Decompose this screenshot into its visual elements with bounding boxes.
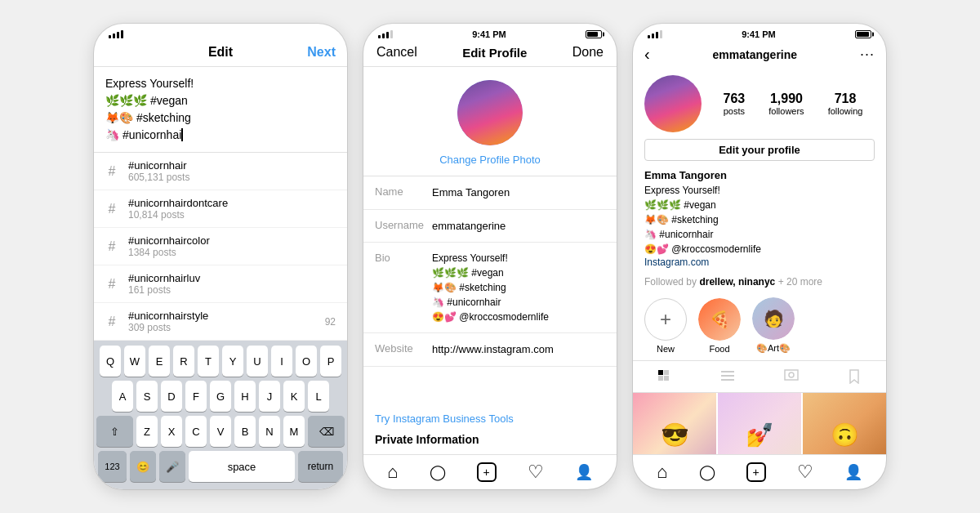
- grid-photo-1[interactable]: 😎: [633, 393, 716, 454]
- status-bar-3: 9:41 PM: [633, 24, 886, 42]
- key-w[interactable]: W: [124, 346, 145, 377]
- key-123[interactable]: 123: [98, 451, 127, 482]
- key-mic[interactable]: 🎤: [159, 451, 185, 482]
- back-button[interactable]: ‹: [644, 45, 650, 64]
- username-value[interactable]: emmatangerine: [432, 218, 605, 234]
- key-shift[interactable]: ⇧: [96, 416, 133, 447]
- hashtag-info: #unicornhairluv 161 posts: [128, 272, 336, 296]
- edit-profile-button[interactable]: Edit your profile: [644, 139, 875, 161]
- website-field[interactable]: Website http://www.instagram.com: [363, 333, 617, 367]
- nav-profile-icon-3[interactable]: 👤: [844, 463, 862, 481]
- key-f[interactable]: F: [185, 381, 207, 412]
- key-backspace[interactable]: ⌫: [308, 416, 345, 447]
- key-d[interactable]: D: [161, 381, 182, 412]
- saved-view-button[interactable]: [823, 366, 887, 387]
- status-icons-3: [855, 30, 871, 38]
- signal-icon: [378, 30, 393, 38]
- next-button[interactable]: Next: [307, 45, 336, 60]
- bio-field[interactable]: Bio Express Yourself! 🌿🌿🌿 #vegan 🦊🎨 #ske…: [363, 243, 617, 333]
- keyboard[interactable]: Q W E R T Y U I O P A S D F G H J K L: [94, 341, 347, 489]
- caption-line-3: 🦊🎨 #sketching: [105, 109, 336, 127]
- grid-photo-3[interactable]: 🙃: [803, 393, 886, 454]
- key-b[interactable]: B: [234, 416, 256, 447]
- hashtag-posts: 10,814 posts: [128, 209, 336, 221]
- cancel-button[interactable]: Cancel: [376, 45, 417, 60]
- key-h[interactable]: H: [234, 381, 256, 412]
- key-a[interactable]: A: [112, 381, 133, 412]
- highlight-food-label: Food: [709, 344, 729, 354]
- list-item[interactable]: # #unicornhairluv 161 posts: [94, 265, 347, 303]
- website-value[interactable]: http://www.instagram.com: [432, 341, 605, 358]
- key-space[interactable]: space: [189, 451, 295, 482]
- caption-text-area[interactable]: Express Yourself! 🌿🌿🌿 #vegan 🦊🎨 #sketchi…: [94, 67, 347, 153]
- try-business-tools-link[interactable]: Try Instagram Business Tools: [375, 413, 605, 425]
- key-g[interactable]: G: [210, 381, 231, 412]
- highlight-food-circle[interactable]: 🍕: [698, 298, 741, 341]
- list-item[interactable]: # #unicornhaircolor 1384 posts: [94, 228, 347, 265]
- username-label: Username: [375, 218, 432, 231]
- key-t[interactable]: T: [198, 346, 219, 377]
- more-options-button[interactable]: ···: [860, 46, 875, 63]
- key-emoji[interactable]: 😊: [130, 451, 156, 482]
- hashtag-count: 92: [325, 316, 336, 328]
- list-item[interactable]: # #unicornhairstyle 309 posts 92: [94, 303, 347, 341]
- highlight-food[interactable]: 🍕 Food: [698, 298, 741, 354]
- key-j[interactable]: J: [259, 381, 280, 412]
- posts-count: 763: [724, 91, 746, 106]
- key-e[interactable]: E: [149, 346, 170, 377]
- highlight-new-circle[interactable]: +: [644, 298, 687, 341]
- signal-icon: [648, 30, 662, 38]
- key-m[interactable]: M: [283, 416, 305, 447]
- key-u[interactable]: U: [247, 346, 268, 377]
- key-p[interactable]: P: [320, 346, 341, 377]
- key-z[interactable]: Z: [136, 416, 158, 447]
- person-tag-icon: [784, 369, 799, 384]
- highlight-art[interactable]: 🧑 🎨Art🎨: [752, 297, 795, 354]
- key-return[interactable]: return: [298, 451, 343, 482]
- hashtag-posts: 1384 posts: [128, 247, 336, 258]
- bio-value[interactable]: Express Yourself! 🌿🌿🌿 #vegan 🦊🎨 #sketchi…: [432, 251, 605, 324]
- nav-add-icon-3[interactable]: +: [746, 462, 766, 482]
- list-item[interactable]: # #unicornhairdontcare 10,814 posts: [94, 190, 347, 228]
- nav-search-icon[interactable]: ◯: [430, 463, 446, 481]
- key-n[interactable]: N: [259, 416, 280, 447]
- nav-profile-icon[interactable]: 👤: [575, 463, 593, 481]
- nav-heart-icon-3[interactable]: ♡: [797, 462, 813, 483]
- profile-avatar[interactable]: [644, 75, 702, 132]
- change-photo-button[interactable]: Change Profile Photo: [439, 154, 541, 166]
- key-c[interactable]: C: [185, 416, 207, 447]
- key-o[interactable]: O: [296, 346, 317, 377]
- key-k[interactable]: K: [283, 381, 305, 412]
- name-value[interactable]: Emma Tangoren: [432, 185, 605, 201]
- key-q[interactable]: Q: [100, 346, 121, 377]
- highlight-new[interactable]: + New: [644, 298, 687, 354]
- nav-home-icon[interactable]: ⌂: [387, 462, 398, 483]
- nav-search-icon-3[interactable]: ◯: [699, 463, 715, 481]
- hashtag-info: #unicornhaircolor 1384 posts: [128, 234, 336, 258]
- edit-title: Edit: [107, 45, 334, 60]
- nav-heart-icon[interactable]: ♡: [528, 462, 544, 483]
- list-view-button[interactable]: [697, 366, 760, 387]
- battery-icon: [586, 30, 602, 38]
- highlight-art-circle[interactable]: 🧑: [752, 297, 795, 340]
- key-y[interactable]: Y: [222, 346, 243, 377]
- key-v[interactable]: V: [210, 416, 231, 447]
- nav-add-icon[interactable]: +: [477, 462, 497, 482]
- username-field[interactable]: Username emmatangerine: [363, 210, 617, 243]
- grid-view-button[interactable]: [633, 366, 697, 387]
- time-display-3: 9:41 PM: [742, 29, 776, 39]
- key-x[interactable]: X: [161, 416, 182, 447]
- grid-photo-2[interactable]: 💅: [718, 393, 801, 454]
- key-s[interactable]: S: [136, 381, 158, 412]
- nav-home-icon-3[interactable]: ⌂: [657, 462, 667, 483]
- name-field[interactable]: Name Emma Tangoren: [363, 176, 617, 210]
- key-r[interactable]: R: [173, 346, 194, 377]
- profile-website[interactable]: Instagram.com: [644, 256, 875, 268]
- hashtag-info: #unicornhairstyle 309 posts: [128, 310, 315, 333]
- key-l[interactable]: L: [308, 381, 329, 412]
- done-button[interactable]: Done: [572, 45, 604, 60]
- avatar[interactable]: [457, 80, 523, 145]
- key-i[interactable]: I: [271, 346, 292, 377]
- list-item[interactable]: # #unicornhair 605,131 posts: [94, 153, 347, 190]
- tagged-view-button[interactable]: [760, 366, 823, 387]
